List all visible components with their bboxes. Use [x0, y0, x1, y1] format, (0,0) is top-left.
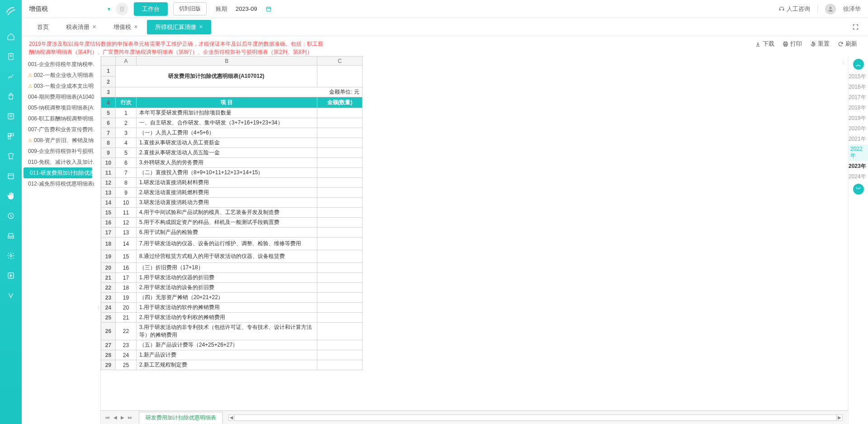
row-item[interactable]: 7.用于研发活动的仪器、设备的运行维护、调整、检验、维修等费用 [137, 238, 317, 250]
nav-hand-icon[interactable] [6, 191, 16, 201]
tab-税表清册[interactable]: 税表清册✕ [58, 20, 104, 34]
row-item[interactable]: 1.用于研发活动的仪器的折旧费 [137, 273, 317, 283]
row-seq[interactable]: 18 [116, 283, 137, 293]
row-amount[interactable] [317, 108, 363, 118]
row-seq[interactable]: 19 [116, 293, 137, 303]
row-item[interactable]: 5.用于不构成固定资产的样品、样机及一般测试手段购置费 [137, 218, 317, 228]
row-item[interactable]: 6.用于试制产品的检验费 [137, 228, 317, 238]
calendar-icon[interactable] [265, 6, 272, 12]
fullscreen-icon[interactable] [850, 22, 861, 33]
form-list-item[interactable]: 012-减免所得税优惠明细表(... [22, 178, 94, 189]
row-amount[interactable] [317, 218, 363, 228]
workspace-button[interactable]: 工作台 [134, 2, 168, 16]
row-seq[interactable]: 14 [116, 238, 137, 250]
sheet-nav-last-icon[interactable]: ⏭ [127, 415, 133, 420]
row-item[interactable]: （四）无形资产摊销（20+21+22） [137, 293, 317, 303]
nav-bag-icon[interactable] [6, 91, 16, 101]
form-list-item[interactable]: 005-纳税调整项目明细表(A1... [22, 102, 94, 113]
print-button[interactable]: 打印 [783, 40, 802, 48]
reset-button[interactable]: 重置 [810, 40, 830, 48]
row-seq[interactable]: 9 [116, 188, 137, 198]
col-header[interactable]: C [317, 57, 363, 66]
row-item[interactable]: 3.用于研发活动的非专利技术（包括许可证、专有技术、设计和计算方法等）的摊销费用 [137, 323, 317, 340]
row-item[interactable]: 1.用于研发活动的软件的摊销费用 [137, 303, 317, 313]
row-seq[interactable]: 22 [116, 323, 137, 340]
form-list-item[interactable]: 006-职工薪酬纳税调整明细... [22, 113, 94, 124]
form-list-item[interactable]: ⚠003-一般企业成本支出明细... [22, 81, 94, 91]
sheet-nav-first-icon[interactable]: ⏮ [104, 415, 111, 420]
nav-inbox-icon[interactable] [6, 231, 16, 241]
row-item[interactable]: 本年可享受研发费用加计扣除项目数量 [137, 108, 317, 118]
tab-首页[interactable]: 首页 [29, 20, 57, 34]
row-amount[interactable] [317, 208, 363, 218]
sheet-nav-next-icon[interactable]: ▶ [120, 415, 125, 420]
tax-type-dropdown[interactable]: 增值税 ▾ [29, 5, 110, 13]
row-amount[interactable] [317, 138, 363, 148]
row-item[interactable]: 1.直接从事研发活动人员工资薪金 [137, 138, 317, 148]
row-amount[interactable] [317, 360, 363, 370]
form-list-item[interactable]: 007-广告费和业务宣传费跨... [22, 124, 94, 135]
form-list-item[interactable]: 010-免税、减计收入及加计... [22, 157, 94, 167]
form-list-item[interactable]: ⚠002-一般企业收入明细表(A... [22, 70, 94, 81]
form-list-item[interactable]: 001-企业所得税年度纳税申... [22, 59, 94, 70]
nav-home-icon[interactable] [6, 32, 16, 42]
row-amount[interactable] [317, 158, 363, 168]
refresh-button[interactable]: 刷新 [838, 40, 857, 48]
row-amount[interactable] [317, 323, 363, 340]
row-seq[interactable]: 16 [116, 263, 137, 273]
tab-增值税[interactable]: 增值税✕ [105, 20, 146, 34]
row-amount[interactable] [317, 128, 363, 138]
row-amount[interactable] [317, 283, 363, 293]
expand-handle-icon[interactable]: 〉 [842, 59, 847, 67]
row-seq[interactable]: 3 [116, 128, 137, 138]
row-item[interactable]: 一、自主研发、合作研发、集中研发（3+7+16+19+23+34） [137, 118, 317, 128]
row-item[interactable]: 2.直接从事研发活动人员五险一金 [137, 148, 317, 158]
nav-grid-icon[interactable] [6, 131, 16, 141]
row-seq[interactable]: 17 [116, 273, 137, 283]
row-amount[interactable] [317, 168, 363, 178]
row-seq[interactable]: 1 [116, 108, 137, 118]
row-item[interactable]: 4.用于中间试验和产品试制的模具、工艺装备开发及制造费 [137, 208, 317, 218]
row-item[interactable]: 2.研发活动直接消耗燃料费用 [137, 188, 317, 198]
year-item[interactable]: 2018年 [849, 103, 868, 113]
row-item[interactable]: 3.外聘研发人员的劳务费用 [137, 158, 317, 168]
row-seq[interactable]: 2 [116, 118, 137, 128]
row-seq[interactable]: 11 [116, 208, 137, 218]
row-amount[interactable] [317, 228, 363, 238]
year-item[interactable]: 2016年 [849, 82, 868, 92]
row-item[interactable]: 1.新产品设计费 [137, 350, 317, 360]
row-amount[interactable] [317, 148, 363, 158]
avatar[interactable] [825, 4, 836, 14]
row-seq[interactable]: 5 [116, 148, 137, 158]
row-seq[interactable]: 6 [116, 158, 137, 168]
close-icon[interactable]: ✕ [134, 24, 138, 30]
download-button[interactable]: 下载 [755, 40, 774, 48]
year-item[interactable]: 2021年 [849, 134, 868, 144]
row-seq[interactable]: 7 [116, 168, 137, 178]
row-item[interactable]: （五）新产品设计费等（24+25+26+27） [137, 340, 317, 350]
row-seq[interactable]: 24 [116, 350, 137, 360]
row-seq[interactable]: 4 [116, 138, 137, 148]
row-amount[interactable] [317, 350, 363, 360]
sheet-grid[interactable]: ABC1研发费用加计扣除优惠明细表(A107012)23金额单位: 元4 行次 … [101, 56, 363, 370]
form-list-item[interactable]: 009-企业所得税弥补亏损明... [22, 146, 94, 157]
form-list-item[interactable]: 011-研发费用加计扣除优惠... [24, 167, 92, 178]
row-amount[interactable] [317, 178, 363, 188]
switch-old-button[interactable]: 切到旧版 [173, 2, 207, 15]
row-item[interactable]: 3.研发活动直接消耗动力费用 [137, 198, 317, 208]
row-item[interactable]: 1.研发活动直接消耗材料费用 [137, 178, 317, 188]
row-amount[interactable] [317, 118, 363, 128]
row-seq[interactable]: 20 [116, 303, 137, 313]
row-seq[interactable]: 23 [116, 340, 137, 350]
row-seq[interactable]: 8 [116, 178, 137, 188]
col-header[interactable]: A [116, 57, 137, 66]
row-item[interactable]: 2.用于研发活动的设备的折旧费 [137, 283, 317, 293]
nav-chart-icon[interactable] [6, 71, 16, 81]
col-header[interactable]: B [137, 57, 317, 66]
sheet-tab[interactable]: 研发费用加计扣除优惠明细表 [139, 412, 223, 424]
year-item[interactable]: 2015年 [849, 71, 868, 82]
year-item[interactable]: 2022年 [849, 144, 868, 161]
nav-v-icon[interactable] [6, 291, 16, 300]
row-amount[interactable] [317, 303, 363, 313]
close-icon[interactable]: ✕ [199, 24, 203, 30]
